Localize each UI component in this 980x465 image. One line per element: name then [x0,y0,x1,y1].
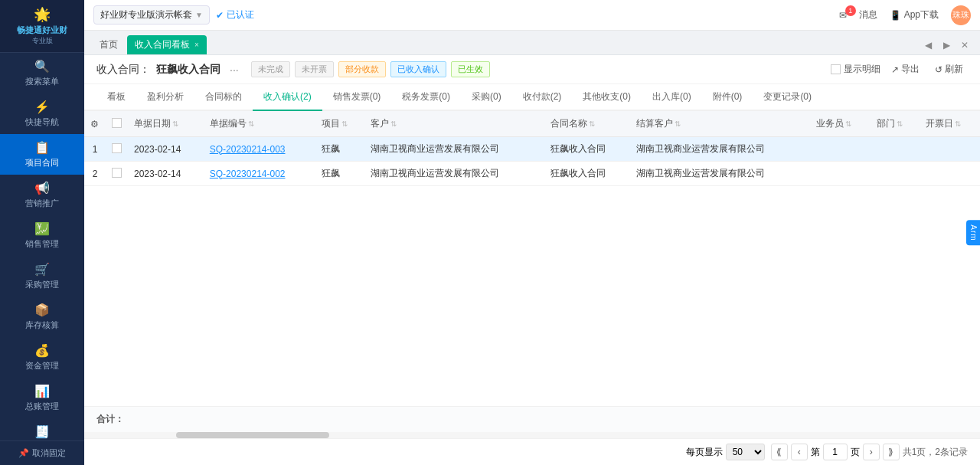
right-action-panel[interactable]: Arm [966,220,980,245]
sidebar-label-7: 资金管理 [25,360,59,372]
show-detail-toggle[interactable]: 显示明细 [831,63,880,76]
status-tag-4[interactable]: 已生效 [451,61,490,77]
sort-salesperson-icon[interactable]: ⇅ [845,120,851,128]
subtab-2[interactable]: 合同标的 [194,84,253,111]
message-badge: 1 [845,5,856,16]
sort-date-icon[interactable]: ⇅ [172,120,178,128]
scrollbar-thumb[interactable] [176,432,329,438]
per-page-label: 每页显示 [686,446,723,459]
show-detail-checkbox[interactable] [831,64,841,74]
table-area[interactable]: ⚙ 单据日期⇅ 单据编号⇅ 项目⇅ 客户⇅ 合同名称⇅ 结算客户⇅ 业务员⇅ 部… [84,111,980,406]
per-page-select[interactable]: 50 100 200 [726,444,765,460]
show-detail-label: 显示明细 [844,63,880,76]
app-download-button[interactable]: 📱 App下载 [890,8,939,21]
contract-name: 狂飙收入合同 [156,63,220,77]
export-label: 导出 [901,63,920,76]
sidebar-item-4[interactable]: 💹销售管理 [0,215,84,256]
user-avatar[interactable]: 珠珠 [951,5,971,25]
last-page-button[interactable]: ⟫ [883,444,900,460]
nav-forward-button[interactable]: ▶ [940,39,952,51]
subtab-8[interactable]: 其他收支(0) [572,84,642,111]
subtab-9[interactable]: 出入库(0) [642,84,702,111]
subtab-0[interactable]: 看板 [96,84,136,111]
sidebar: 🌟 畅捷通好业财 专业版 🔍搜索菜单⚡快捷导航📋项目合同📢营销推广💹销售管理🛒采… [0,0,84,465]
select-all-checkbox[interactable] [112,118,122,128]
subtab-1[interactable]: 盈利分析 [136,84,194,111]
sidebar-icon-6: 📦 [34,303,50,317]
per-page-selector: 每页显示 50 100 200 [686,444,765,460]
subtab-3[interactable]: 收入确认(2) [253,84,322,111]
col-checkbox[interactable] [106,111,128,137]
col-settings[interactable]: ⚙ [84,111,106,137]
message-button[interactable]: ✉ 1 消息 [839,8,877,21]
status-tag-1[interactable]: 未开票 [295,61,334,77]
logo-icon: 🌟 [34,6,51,23]
sort-no-icon[interactable]: ⇅ [248,120,254,128]
horizontal-scrollbar[interactable] [84,432,980,438]
status-tag-0[interactable]: 未完成 [251,61,290,77]
company-dropdown-icon: ▼ [195,11,203,19]
row-link-0[interactable]: SQ-20230214-003 [210,144,286,155]
row-checkbox-0[interactable] [112,143,122,153]
next-page-button[interactable]: › [863,444,880,460]
sort-contract-icon[interactable]: ⇅ [589,120,595,128]
company-selector[interactable]: 好业财专业版演示帐套 ▼ [93,5,210,25]
prev-page-button[interactable]: ‹ [791,444,808,460]
nav-back-button[interactable]: ◀ [922,39,934,51]
subtab-5[interactable]: 税务发票(0) [391,84,461,111]
sidebar-label-5: 采购管理 [25,279,59,290]
close-window-button[interactable]: ✕ [959,39,971,51]
sidebar-item-5[interactable]: 🛒采购管理 [0,256,84,296]
sort-open-date-icon[interactable]: ⇅ [955,120,961,128]
col-customer-label: 客户 [371,118,389,129]
row-check-0[interactable] [106,137,128,162]
first-page-button[interactable]: ⟪ [771,444,788,460]
tab-contract-board[interactable]: 收入合同看板 × [127,35,207,54]
subtab-7[interactable]: 收付款(2) [512,84,573,111]
sidebar-item-6[interactable]: 📦库存核算 [0,296,84,337]
subtabs: 看板盈利分析合同标的收入确认(2)销售发票(0)税务发票(0)采购(0)收付款(… [84,84,980,111]
status-tag-2[interactable]: 部分收款 [338,61,386,77]
sidebar-item-2[interactable]: 📋项目合同 [0,134,84,175]
sidebar-item-9[interactable]: 🧾发票管理 [0,418,84,440]
subtab-11[interactable]: 变更记录(0) [753,84,822,111]
table-row-1[interactable]: 2 2023-02-14 SQ-20230214-002 狂飙 湖南卫视商业运营… [84,162,980,186]
sort-project-icon[interactable]: ⇅ [341,120,348,128]
col-no-label: 单据编号 [210,118,247,129]
export-button[interactable]: ↗ 导出 [887,61,924,77]
col-customer: 客户⇅ [364,111,544,137]
tab-home[interactable]: 首页 [93,35,124,54]
row-num-0: 1 [84,137,106,162]
sidebar-pin-button[interactable]: 📌 取消固定 [0,441,84,465]
tab-close-button[interactable]: × [194,41,199,49]
subtab-10[interactable]: 附件(0) [702,84,753,111]
sidebar-item-3[interactable]: 📢营销推广 [0,175,84,215]
subtab-6[interactable]: 采购(0) [461,84,512,111]
sidebar-item-1[interactable]: ⚡快捷导航 [0,93,84,134]
row-link-1[interactable]: SQ-20230214-002 [210,169,286,179]
page-input[interactable] [823,444,848,460]
table-row-0[interactable]: 1 2023-02-14 SQ-20230214-003 狂飙 湖南卫视商业运营… [84,137,980,162]
message-label: 消息 [859,8,877,21]
sidebar-item-7[interactable]: 💰资金管理 [0,337,84,378]
col-contract-label: 合同名称 [550,118,587,129]
refresh-button[interactable]: ↺ 刷新 [930,61,968,77]
row-contract-0: 狂飙收入合同 [544,137,630,162]
sidebar-item-8[interactable]: 📊总账管理 [0,378,84,418]
sidebar-item-0[interactable]: 🔍搜索菜单 [0,53,84,93]
row-check-1[interactable] [106,162,128,186]
status-tag-3[interactable]: 已收入确认 [390,61,446,77]
row-checkbox-1[interactable] [112,168,122,178]
row-contract-1: 狂飙收入合同 [544,162,630,186]
sidebar-label-8: 总账管理 [25,401,59,412]
contract-menu-button[interactable]: ··· [230,64,239,76]
row-no-1[interactable]: SQ-20230214-002 [204,162,315,186]
row-no-0[interactable]: SQ-20230214-003 [204,137,315,162]
sidebar-icon-0: 🔍 [34,59,50,74]
sort-dept-icon[interactable]: ⇅ [897,120,903,128]
sidebar-icon-1: ⚡ [34,100,50,114]
sort-customer-icon[interactable]: ⇅ [390,120,397,128]
topbar-right: ✉ 1 消息 📱 App下载 珠珠 [839,5,971,25]
subtab-4[interactable]: 销售发票(0) [322,84,392,111]
sort-settle-icon[interactable]: ⇅ [675,120,681,128]
